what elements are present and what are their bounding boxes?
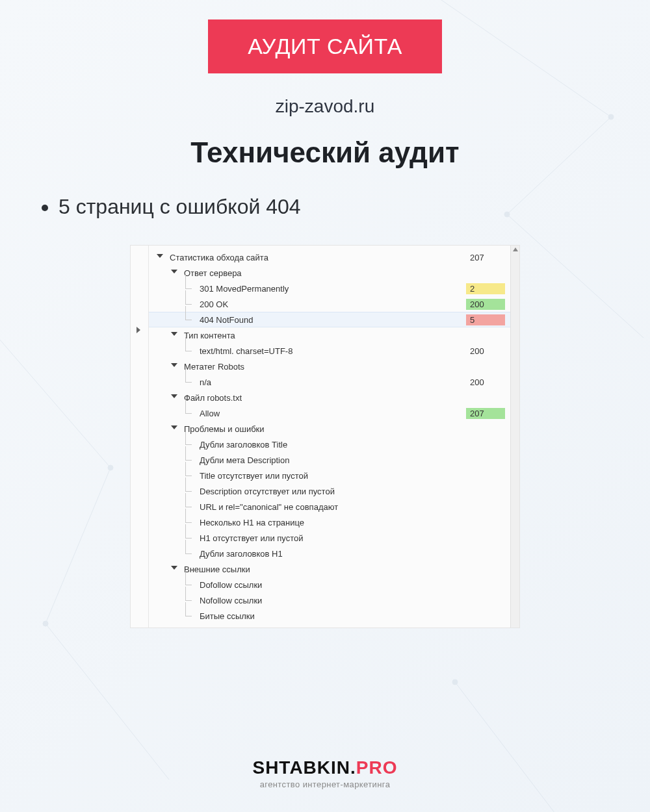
- tree-item[interactable]: Дубли мета Description: [149, 452, 510, 468]
- page-title: Технический аудит: [0, 136, 650, 169]
- tree-value: 5: [466, 314, 505, 325]
- logo-tagline: агентство интернет-маркетинга: [0, 780, 650, 789]
- tree-value: 207: [466, 252, 505, 263]
- tree-group[interactable]: Тип контента: [149, 327, 510, 343]
- tree-connector-icon: [185, 283, 194, 294]
- bullet-item: 5 страниц с ошибкой 404: [58, 195, 650, 219]
- tree-label: H1 отсутствует или пустой: [197, 533, 505, 543]
- tree-connector-icon: [185, 454, 194, 466]
- tree-connector-icon: [185, 438, 194, 450]
- tree-label: URL и rel="canonical" не совпадают: [197, 502, 505, 512]
- scroll-up-icon[interactable]: [513, 247, 518, 251]
- tree-group[interactable]: Файл robots.txt: [149, 390, 510, 405]
- tree-label: 404 NotFound: [197, 315, 466, 325]
- audit-badge: АУДИТ САЙТА: [208, 19, 442, 73]
- tree-label: Дубли мета Description: [197, 455, 505, 465]
- caret-down-icon[interactable]: [171, 332, 177, 338]
- tree-group[interactable]: Внешние ссылки: [149, 561, 510, 577]
- tree-item[interactable]: 200 OK200: [149, 296, 510, 312]
- tree-item[interactable]: 301 MovedPermanently2: [149, 281, 510, 296]
- tree-connector-icon: [185, 407, 194, 419]
- tree-label: Title отсутствует или пустой: [197, 471, 505, 481]
- tree-label: 200 OK: [197, 299, 466, 309]
- tree-connector-icon: [185, 314, 194, 325]
- tree-label: Allow: [197, 409, 466, 418]
- tree-value: 200: [466, 346, 505, 357]
- site-domain: zip-zavod.ru: [0, 96, 650, 117]
- caret-down-icon[interactable]: [171, 394, 177, 401]
- tree-label: n/a: [197, 377, 466, 387]
- tree-item[interactable]: Несколько H1 на странице: [149, 514, 510, 530]
- tree-label: Метатег Robots: [181, 362, 505, 372]
- tree-connector-icon: [185, 345, 194, 357]
- tree-label: Dofollow ссылки: [197, 580, 505, 590]
- tree-connector-icon: [185, 501, 194, 513]
- footer: SHTABKIN.PRO агентство интернет-маркетин…: [0, 757, 650, 789]
- tree-item[interactable]: Дубли заголовков Title: [149, 437, 510, 452]
- tree-label: Description отсутствует или пустой: [197, 487, 505, 496]
- tree-item[interactable]: H1 отсутствует или пустой: [149, 530, 510, 546]
- tree-value: 200: [466, 299, 505, 310]
- logo-suffix: PRO: [356, 757, 398, 778]
- tree-group[interactable]: Метатег Robots: [149, 359, 510, 374]
- tree-connector-icon: [185, 470, 194, 481]
- tree-label: Статистика обхода сайта: [167, 253, 466, 262]
- tree-group[interactable]: Ответ сервера: [149, 265, 510, 281]
- caret-down-icon[interactable]: [157, 254, 163, 260]
- caret-down-icon[interactable]: [171, 363, 177, 370]
- tree-connector-icon: [185, 485, 194, 497]
- tree-label: Несколько H1 на странице: [197, 518, 505, 527]
- tree-label: Nofollow ссылки: [197, 596, 505, 605]
- tree-label: Дубли заголовков H1: [197, 549, 505, 559]
- caret-down-icon[interactable]: [171, 425, 177, 432]
- tree-item[interactable]: n/a200: [149, 374, 510, 390]
- tree-connector-icon: [185, 610, 194, 622]
- tree-item[interactable]: Дубли заголовков H1: [149, 546, 510, 561]
- tree-label: Внешние ссылки: [181, 565, 505, 574]
- tree-group[interactable]: Проблемы и ошибки: [149, 421, 510, 437]
- logo-main: SHTABKIN: [252, 757, 350, 778]
- tree-label: Тип контента: [181, 331, 505, 340]
- logo: SHTABKIN.PRO: [0, 757, 650, 778]
- bullet-list: 5 страниц с ошибкой 404: [46, 195, 650, 219]
- tree-label: 301 MovedPermanently: [197, 284, 466, 294]
- tree-connector-icon: [185, 532, 194, 544]
- tree-connector-icon: [185, 548, 194, 559]
- tree-root[interactable]: Статистика обхода сайта207: [149, 249, 510, 265]
- tree-item[interactable]: Allow207: [149, 405, 510, 421]
- tree-item[interactable]: Nofollow ссылки: [149, 592, 510, 608]
- tree-item[interactable]: 404 NotFound5: [149, 312, 510, 327]
- tree-label: Ответ сервера: [181, 268, 505, 278]
- tree-item[interactable]: text/html. charset=UTF-8200: [149, 343, 510, 359]
- crawl-stats-panel: Статистика обхода сайта207Ответ сервера3…: [130, 245, 520, 628]
- tree-connector-icon: [185, 594, 194, 606]
- tree-label: text/html. charset=UTF-8: [197, 346, 466, 356]
- tree-item[interactable]: Битые ссылки: [149, 608, 510, 624]
- logo-dot: .: [350, 757, 356, 778]
- tree-value: 207: [466, 408, 505, 419]
- tree-label: Файл robots.txt: [181, 393, 505, 403]
- tree-item[interactable]: URL и rel="canonical" не совпадают: [149, 499, 510, 514]
- tree-connector-icon: [185, 516, 194, 528]
- tree-label: Дубли заголовков Title: [197, 440, 505, 450]
- tree-item[interactable]: Dofollow ссылки: [149, 577, 510, 592]
- caret-down-icon[interactable]: [171, 270, 177, 276]
- tree-connector-icon: [185, 376, 194, 388]
- tree-label: Битые ссылки: [197, 611, 505, 621]
- tree-value: 2: [466, 283, 505, 294]
- tree-connector-icon: [185, 579, 194, 590]
- tree-label: Проблемы и ошибки: [181, 424, 505, 434]
- stats-tree: Статистика обхода сайта207Ответ сервера3…: [149, 246, 510, 628]
- tree-connector-icon: [185, 298, 194, 310]
- expand-indicator-icon[interactable]: [136, 327, 140, 333]
- panel-left-rail: [131, 246, 149, 628]
- tree-item[interactable]: Title отсутствует или пустой: [149, 468, 510, 483]
- slide: АУДИТ САЙТА zip-zavod.ru Технический ауд…: [0, 0, 650, 812]
- tree-item[interactable]: Description отсутствует или пустой: [149, 483, 510, 499]
- scrollbar[interactable]: [510, 246, 519, 628]
- caret-down-icon[interactable]: [171, 566, 177, 572]
- tree-value: 200: [466, 377, 505, 388]
